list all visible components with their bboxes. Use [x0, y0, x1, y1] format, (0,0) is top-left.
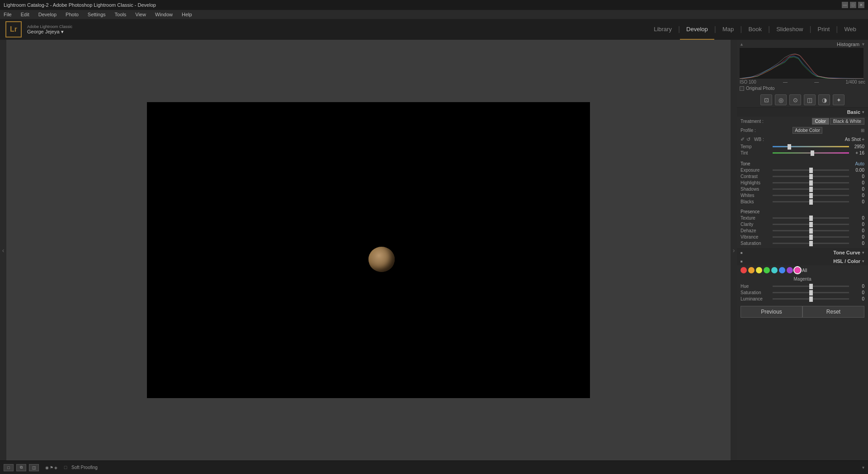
tone-auto-btn[interactable]: Auto [855, 161, 864, 166]
hsl-dot-red[interactable] [741, 267, 747, 273]
nav-book[interactable]: Book [742, 19, 768, 40]
close-button[interactable]: ✕ [858, 2, 864, 8]
highlights-track[interactable] [773, 182, 849, 183]
orig-photo-checkbox[interactable] [740, 86, 744, 91]
tone-curve-collapse-icon[interactable]: ■ [741, 251, 743, 255]
bottom-dropdown-arrow[interactable]: ▾ [862, 465, 864, 470]
wb-icons: ✐ ↺ [741, 136, 750, 142]
vibrance-thumb[interactable] [809, 235, 813, 240]
view-single-btn[interactable]: □ [4, 464, 14, 471]
profile-select[interactable]: Adobe Color [793, 127, 822, 134]
saturation-thumb[interactable] [809, 241, 813, 246]
texture-track[interactable] [773, 217, 849, 219]
hsl-luminance-thumb[interactable] [809, 296, 813, 302]
vibrance-track[interactable] [773, 236, 849, 238]
saturation-track[interactable] [773, 243, 849, 244]
histogram-title: Histogram [837, 42, 859, 47]
minimize-button[interactable]: — [842, 2, 848, 8]
view-survey-btn[interactable]: ◫ [29, 464, 39, 471]
hsl-all-label[interactable]: All [802, 268, 807, 273]
nav-library[interactable]: Library [647, 19, 678, 40]
menu-settings[interactable]: Settings [86, 12, 108, 17]
soft-proof-checkbox[interactable]: ☐ [64, 465, 67, 470]
shadows-track[interactable] [773, 188, 849, 190]
wb-eyedropper-icon[interactable]: ✐ [741, 136, 745, 142]
hsl-dot-blue[interactable] [779, 267, 785, 273]
hsl-hue-track[interactable] [773, 286, 849, 287]
hsl-collapse-icon[interactable]: ■ [741, 259, 743, 263]
color-treatment-btn[interactable]: Color [812, 118, 829, 125]
crop-tool-btn[interactable]: ⊡ [760, 94, 772, 105]
nav-slideshow[interactable]: Slideshow [770, 19, 809, 40]
tint-track[interactable] [773, 152, 849, 154]
highlights-thumb[interactable] [809, 180, 813, 186]
wb-reset-icon[interactable]: ↺ [746, 136, 750, 142]
texture-thumb[interactable] [809, 216, 813, 221]
hsl-dot-teal[interactable] [771, 267, 778, 273]
shutter-value: 1/400 sec [846, 80, 865, 84]
left-panel-toggle[interactable]: ‹ [0, 40, 6, 460]
nav-web[interactable]: Web [838, 19, 863, 40]
dehaze-track[interactable] [773, 230, 849, 231]
exposure-track[interactable] [773, 169, 849, 171]
whites-track[interactable] [773, 195, 849, 196]
clarity-track[interactable] [773, 224, 849, 225]
titlebar-title: Lightroom Catalog-2 - Adobe Photoshop Li… [4, 2, 156, 8]
graduated-filter-btn[interactable]: ◑ [818, 94, 830, 105]
menu-help[interactable]: Help [180, 12, 194, 17]
maximize-button[interactable]: □ [850, 2, 856, 8]
whites-thumb[interactable] [809, 193, 813, 198]
nav-print[interactable]: Print [811, 19, 836, 40]
hsl-dot-purple[interactable] [787, 267, 793, 273]
hsl-dot-orange[interactable] [748, 267, 755, 273]
hsl-saturation-track[interactable] [773, 292, 849, 293]
right-panel-toggle[interactable]: › [731, 40, 737, 460]
exposure-thumb[interactable] [809, 168, 813, 173]
brush-tool-btn[interactable]: ✦ [833, 94, 844, 105]
menu-window[interactable]: Window [153, 12, 175, 17]
menu-edit[interactable]: Edit [19, 12, 31, 17]
basic-section-header[interactable]: Basic ▾ [737, 108, 868, 117]
redeye-btn[interactable]: ⊙ [789, 94, 801, 105]
blacks-thumb[interactable] [809, 199, 813, 205]
reset-button[interactable]: Reset [802, 306, 864, 318]
hsl-hue-thumb[interactable] [809, 284, 813, 289]
bw-treatment-btn[interactable]: Black & White [830, 118, 864, 125]
shadows-thumb[interactable] [809, 187, 813, 192]
profile-grid-icon[interactable]: ⊞ [861, 128, 864, 133]
nav-map[interactable]: Map [716, 19, 740, 40]
hsl-luminance-track[interactable] [773, 298, 849, 300]
histogram-collapse-icon[interactable]: ▼ [861, 42, 865, 47]
hsl-hue-label: Hue [741, 284, 770, 289]
menu-file[interactable]: File [2, 12, 14, 17]
previous-button[interactable]: Previous [741, 306, 802, 318]
spot-removal-btn[interactable]: ◎ [775, 94, 787, 105]
hsl-dot-magenta[interactable] [794, 267, 801, 273]
menu-view[interactable]: View [133, 12, 148, 17]
histogram-section: ▲ Histogram ▼ ISO 100 — [737, 40, 868, 93]
canvas-area [6, 40, 731, 460]
tone-curve-section-header[interactable]: ■ Tone Curve ▾ [737, 248, 868, 257]
hsl-saturation-thumb[interactable] [809, 290, 813, 296]
clarity-thumb[interactable] [809, 222, 813, 227]
contrast-thumb[interactable] [809, 174, 813, 179]
temp-track[interactable] [773, 146, 849, 147]
hsl-color-section-header[interactable]: ■ HSL / Color ▾ [737, 257, 868, 265]
wb-value[interactable]: As Shot ÷ [845, 137, 864, 142]
tint-label: Tint [741, 150, 770, 155]
dehaze-thumb[interactable] [809, 228, 813, 234]
view-compare-btn[interactable]: ⧉ [16, 464, 26, 471]
temp-thumb[interactable] [788, 144, 791, 150]
blacks-track[interactable] [773, 201, 849, 202]
menu-develop[interactable]: Develop [37, 12, 58, 17]
menu-tools[interactable]: Tools [113, 12, 128, 17]
contrast-track[interactable] [773, 176, 849, 177]
menubar: File Edit Develop Photo Settings Tools V… [0, 10, 868, 19]
menu-photo[interactable]: Photo [64, 12, 80, 17]
hsl-dot-green[interactable] [764, 267, 770, 273]
radial-filter-btn[interactable]: ◫ [804, 94, 816, 105]
hsl-dot-yellow[interactable] [756, 267, 762, 273]
tint-thumb[interactable] [811, 150, 814, 156]
nav-develop[interactable]: Develop [680, 19, 714, 40]
lr-branding-user[interactable]: George Jejeya ▾ [27, 29, 72, 35]
